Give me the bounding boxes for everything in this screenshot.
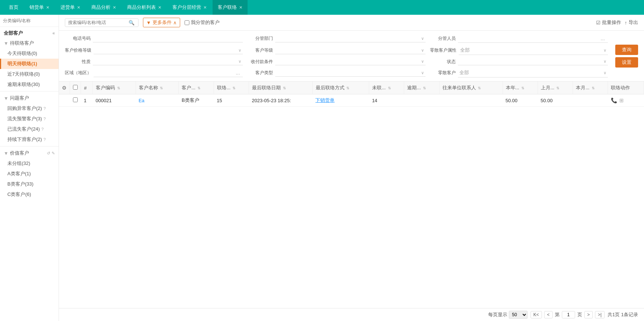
th-last-contact-method-sort[interactable]: ⇅ [346,86,349,90]
nav-sales-order[interactable]: 销货单 ✕ [24,0,55,15]
sidebar-declining-help-icon[interactable]: ? [43,137,46,142]
sidebar-collapse-icon[interactable]: « [52,31,55,36]
th-not-contacted-sort[interactable]: ⇅ [388,86,391,90]
footer-page-size-select[interactable]: 50 100 200 [509,311,528,319]
filter-phone-input[interactable] [93,35,243,42]
th-customer-code[interactable]: 客户编码 ⇅ [93,82,136,94]
sidebar-tomorrow-pending[interactable]: 明天待联络(1) [0,59,59,69]
th-unit-contact-sort[interactable]: ⇅ [478,86,481,90]
th-this-month[interactable]: 本月... ⇅ [573,82,608,94]
filter-search-icon[interactable]: 🔍 [129,20,134,25]
sidebar-churn-warning[interactable]: 流失预警客户(3) ? [0,114,59,124]
th-overdue-sort[interactable]: ⇅ [423,86,426,90]
filter-payment-select[interactable]: ∨ [275,58,425,65]
row-action-grid-icon[interactable]: ⊞ [619,97,624,103]
th-customer-name-sort[interactable]: ⇅ [160,86,163,90]
footer-prev-page-button[interactable]: < [544,311,553,318]
sidebar-churned[interactable]: 已流失客户(24) ? [0,124,59,134]
sidebar-7days-pending[interactable]: 近7天待联络(0) [0,69,59,79]
sidebar-declining[interactable]: 持续下滑客户(2) ? [0,134,59,145]
sidebar-b-class[interactable]: B类客户(33) [0,179,59,189]
advanced-filter-panel: 电话号码 分管部门 ∨ 分管人员 [59,31,644,82]
footer-last-page-button[interactable]: >| [595,311,605,318]
th-customer-type[interactable]: 客户... ⇅ [179,82,214,94]
th-not-contacted[interactable]: 未联... ⇅ [369,82,404,94]
nav-customer-segmentation-close[interactable]: ✕ [203,5,207,10]
sidebar-problem-group[interactable]: ▼ 问题客户 [0,93,59,103]
filter-retail-attr-select[interactable]: 全部 ∨ [459,46,608,55]
query-button[interactable]: 查询 [615,45,638,55]
footer-page-input[interactable] [562,311,575,318]
row-select-checkbox[interactable] [73,97,78,102]
my-customers-checkbox-wrap[interactable]: 我分管的客户 [185,19,220,26]
filter-retail-customer-select[interactable]: 全部 ∨ [458,68,608,77]
th-overdue[interactable]: 逾期... ⇅ [404,82,439,94]
td-row-last-contact-method-link[interactable]: 下销货单 [315,97,335,103]
sidebar-all-customers[interactable]: 全部客户 « [0,27,59,38]
sidebar-repurchase-abnormal[interactable]: 回购异常客户(2) ? [0,103,59,114]
sidebar-value-edit-icon[interactable]: ✎ [52,151,55,156]
nav-product-analysis[interactable]: 商品分析 ✕ [86,0,121,15]
row-action-phone-icon[interactable]: 📞 [611,97,617,103]
nav-customer-contact-close[interactable]: ✕ [239,5,242,10]
sidebar-churn-warning-help-icon[interactable]: ? [43,117,46,121]
filter-manager-dots[interactable]: ... [599,35,606,41]
sidebar-search-input[interactable] [3,18,58,23]
nav-customer-contact[interactable]: 客户联络 ✕ [213,0,248,15]
filter-dept-select[interactable]: ∨ [275,35,425,42]
filter-price-level-select[interactable]: ∨ [94,47,243,54]
filter-manager-select[interactable]: ... [458,34,608,43]
sidebar-value-refresh-icon[interactable]: ↺ [47,151,50,156]
td-row-name[interactable]: Ea [136,94,179,107]
sidebar-pending-group[interactable]: ▼ 待联络客户 [0,38,59,48]
footer-first-page-button[interactable]: K< [531,311,542,318]
th-contact-sort[interactable]: ⇅ [232,86,235,90]
filter-status-select[interactable]: ∨ [458,58,608,65]
nav-purchase-order[interactable]: 进货单 ✕ [55,0,85,15]
filter-nature-select[interactable]: ∨ [93,58,243,65]
sidebar-c-class[interactable]: C类客户(6) [0,189,59,200]
filter-search-input[interactable] [68,20,127,25]
th-customer-name[interactable]: 客户名称 ⇅ [136,82,179,94]
th-customer-type-sort[interactable]: ⇅ [197,86,200,90]
export-button[interactable]: ↑ 导出 [625,19,638,26]
table-settings-icon[interactable]: ⚙ [62,85,67,91]
th-customer-code-sort[interactable]: ⇅ [117,86,120,90]
th-settings[interactable]: ⚙ [59,82,70,94]
nav-home[interactable]: 首页 [4,0,24,15]
nav-product-analysis-list-close[interactable]: ✕ [158,5,161,10]
th-this-year[interactable]: 本年... ⇅ [503,82,538,94]
nav-product-analysis-close[interactable]: ✕ [113,5,116,10]
filter-region-select[interactable]: ... [94,69,243,77]
filter-region-dots[interactable]: ... [234,70,242,76]
th-last-contact-date[interactable]: 最后联络日期 ⇅ [249,82,313,94]
sidebar-value-group[interactable]: ▼ 价值客户 ↺ ✎ [0,148,59,158]
th-last-month[interactable]: 上月... ⇅ [538,82,573,94]
sidebar-ungrouped[interactable]: 未分组(32) [0,158,59,169]
th-this-month-sort[interactable]: ⇅ [592,86,595,90]
sidebar-churned-help-icon[interactable]: ? [41,127,43,131]
sidebar-overdue-pending[interactable]: 逾期未联络(30) [0,79,59,90]
th-contact[interactable]: 联络... ⇅ [214,82,249,94]
table-select-all-checkbox[interactable] [73,85,78,90]
batch-operation-button[interactable]: ☑ 批量操作 [596,19,621,26]
sidebar: 🔍 全部客户 « ▼ 待联络客户 今天待联络(0) 明天待联络(1) 近7天待联… [0,15,59,321]
th-last-contact-date-sort[interactable]: ⇅ [283,86,286,90]
th-last-contact-method[interactable]: 最后联络方式 ⇅ [312,82,369,94]
settings-button[interactable]: 设置 [615,57,638,68]
filter-customer-type-select[interactable]: ∨ [275,69,425,77]
filter-customer-level-select[interactable]: ∨ [275,47,425,54]
th-this-year-sort[interactable]: ⇅ [521,86,524,90]
filter-more-conditions-button[interactable]: ▼ 更多条件 ∧ [143,18,180,27]
th-unit-contact[interactable]: 往来单位联系人 ⇅ [439,82,503,94]
th-last-month-sort[interactable]: ⇅ [556,86,559,90]
sidebar-repurchase-help-icon[interactable]: ? [43,106,46,111]
nav-purchase-order-close[interactable]: ✕ [77,5,80,10]
nav-customer-segmentation[interactable]: 客户分层经营 ✕ [167,0,212,15]
nav-sales-order-close[interactable]: ✕ [46,5,49,10]
footer-next-page-button[interactable]: > [584,311,593,318]
sidebar-a-class[interactable]: A类客户(1) [0,169,59,179]
my-customers-checkbox[interactable] [185,20,189,25]
nav-product-analysis-list[interactable]: 商品分析列表 ✕ [122,0,167,15]
sidebar-today-pending[interactable]: 今天待联络(0) [0,48,59,59]
